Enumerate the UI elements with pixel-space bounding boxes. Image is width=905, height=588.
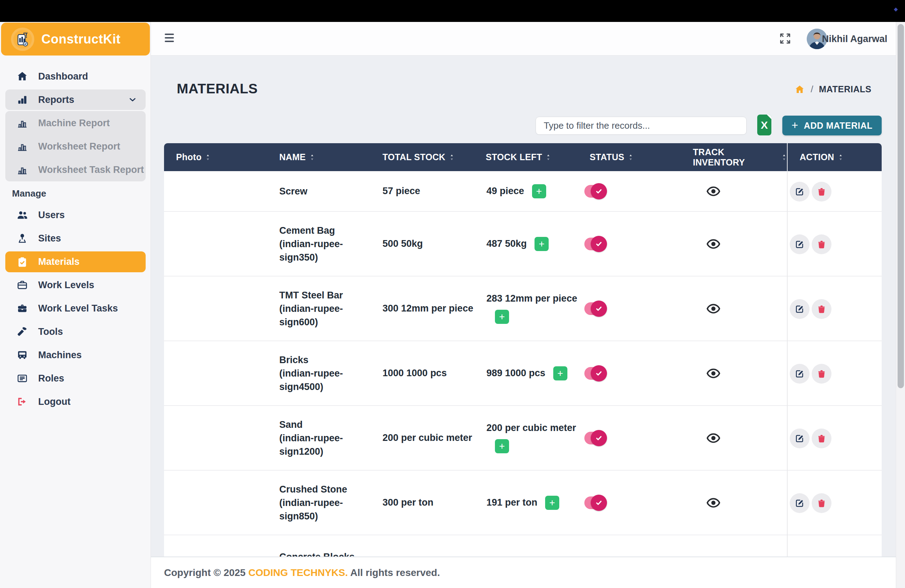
users-icon [16, 209, 28, 221]
eye-icon[interactable] [706, 495, 721, 510]
edit-button[interactable] [790, 429, 810, 448]
sidebar-item-tools[interactable]: Tools [0, 320, 151, 343]
column-header-track-inventory[interactable]: TRACK INVENTORY [681, 143, 787, 171]
sidebar-item-work-levels[interactable]: Work Levels [0, 273, 151, 297]
sidebar-item-worksheet-task-report[interactable]: Worksheet Task Report [5, 158, 146, 181]
scrollbar-track[interactable] [896, 22, 905, 588]
delete-button[interactable] [812, 182, 832, 202]
copyright-text: Copyright © 2025 CODING TECHNYKS. All ri… [164, 567, 440, 578]
delete-button[interactable] [812, 364, 832, 384]
eye-icon[interactable] [706, 184, 721, 199]
sidebar: ConstructKit DashboardReportsMachine Rep… [0, 22, 151, 588]
sidebar-item-label: Machines [38, 350, 151, 361]
sort-icon [628, 153, 634, 162]
filter-input[interactable] [535, 117, 747, 135]
increase-stock-button[interactable]: + [545, 496, 559, 510]
sidebar-item-logout[interactable]: Logout [0, 390, 151, 413]
column-header-name[interactable]: NAME [267, 143, 370, 171]
sidebar-item-work-level-tasks[interactable]: Work Level Tasks [0, 297, 151, 320]
eye-icon[interactable] [706, 366, 721, 381]
app-logo[interactable]: ConstructKit [1, 22, 150, 56]
home-icon[interactable] [794, 84, 805, 95]
plus-icon: + [792, 119, 798, 131]
sidebar-item-label: Logout [38, 396, 151, 407]
expand-icon[interactable] [778, 32, 792, 46]
status-toggle[interactable] [584, 238, 606, 250]
footer-brand-link[interactable]: CODING TECHNYKS. [248, 567, 348, 578]
column-header-status[interactable]: STATUS [578, 143, 681, 171]
sidebar-item-users[interactable]: Users [0, 203, 151, 227]
bar-chart-icon [16, 94, 28, 106]
total-stock: 200 per cubic meter [383, 406, 472, 470]
status-toggle[interactable] [584, 496, 606, 509]
status-toggle[interactable] [584, 302, 606, 315]
bar-chart-outline-icon [16, 164, 28, 176]
table-row: Cement Bag(indian-rupee-sign350)500 50kg… [164, 212, 882, 277]
column-header-stock-left[interactable]: STOCK LEFT [474, 143, 578, 171]
sidebar-item-machines[interactable]: Machines [0, 343, 151, 367]
track-inventory-cell [706, 406, 721, 470]
eye-icon[interactable] [706, 431, 721, 445]
sort-icon [838, 153, 843, 162]
table-row: Sand(indian-rupee-sign1200)200 per cubic… [164, 406, 882, 470]
increase-stock-button[interactable]: + [495, 310, 509, 324]
table-body: Screw57 piece49 piece+Cement Bag(indian-… [164, 171, 882, 556]
status-toggle[interactable] [584, 185, 606, 198]
edit-button[interactable] [790, 182, 810, 202]
increase-stock-button[interactable]: + [495, 439, 509, 453]
bar-chart-outline-icon [16, 140, 28, 153]
eye-icon[interactable] [706, 301, 721, 316]
scrollbar-thumb[interactable] [897, 24, 904, 388]
sort-icon [781, 153, 787, 162]
user-name[interactable]: Nikhil Agarwal [822, 33, 888, 44]
increase-stock-button[interactable]: + [532, 184, 546, 199]
status-toggle[interactable] [584, 432, 606, 445]
check-icon [591, 183, 607, 199]
brand-name: ConstructKit [41, 32, 121, 47]
column-header-photo[interactable]: Photo [164, 143, 267, 171]
increase-stock-button[interactable]: + [553, 366, 567, 380]
sidebar-item-sites[interactable]: Sites [0, 227, 151, 250]
track-inventory-cell [706, 277, 721, 340]
check-icon [591, 300, 607, 317]
sidebar-section-label: Manage [0, 188, 151, 199]
sidebar-item-dashboard[interactable]: Dashboard [0, 65, 151, 88]
sidebar-item-worksheet-report[interactable]: Worksheet Report [5, 135, 146, 158]
column-header-action[interactable]: ACTION [787, 143, 882, 171]
hammer-icon [16, 326, 28, 338]
sidebar-item-label: Worksheet Report [38, 141, 146, 152]
table-row: Crushed Stone(indian-rupee-sign850)300 p… [164, 470, 882, 535]
stock-left: 200 per cubic meter+ [486, 406, 576, 470]
sidebar-item-reports[interactable]: Reports [5, 89, 146, 110]
status-toggle[interactable] [584, 367, 606, 380]
delete-button[interactable] [812, 493, 832, 513]
column-header-label: ACTION [800, 152, 834, 162]
add-material-button[interactable]: + ADD MATERIAL [782, 116, 882, 135]
stock-left-value: 49 piece [486, 186, 524, 197]
export-excel-button[interactable]: X [757, 114, 772, 135]
sidebar-item-roles[interactable]: Roles [0, 367, 151, 390]
sidebar-item-label: Worksheet Task Report [38, 164, 146, 175]
hamburger-icon[interactable] [165, 33, 179, 43]
logout-icon [16, 396, 28, 408]
clipboard-check-icon [16, 256, 28, 268]
status-cell [584, 212, 606, 276]
stock-left-value: 283 12mm per piece [486, 293, 577, 304]
edit-button[interactable] [790, 299, 810, 319]
delete-button[interactable] [812, 429, 832, 448]
sidebar-item-machine-report[interactable]: Machine Report [5, 111, 146, 135]
edit-button[interactable] [790, 364, 810, 384]
material-name: TMT Steel Bar(indian-rupee-sign600) [279, 277, 343, 340]
edit-button[interactable] [790, 493, 810, 513]
delete-button[interactable] [812, 299, 832, 319]
edit-button[interactable] [790, 234, 810, 254]
table-header: PhotoNAMETOTAL STOCKSTOCK LEFTSTATUSTRAC… [164, 143, 882, 171]
sort-icon [546, 153, 551, 162]
track-inventory-cell [706, 341, 721, 405]
increase-stock-button[interactable]: + [535, 237, 549, 251]
eye-icon[interactable] [706, 237, 721, 251]
delete-button[interactable] [812, 234, 832, 254]
sidebar-item-materials[interactable]: Materials [5, 251, 146, 272]
column-header-total-stock[interactable]: TOTAL STOCK [370, 143, 474, 171]
column-header-label: Photo [176, 152, 202, 162]
